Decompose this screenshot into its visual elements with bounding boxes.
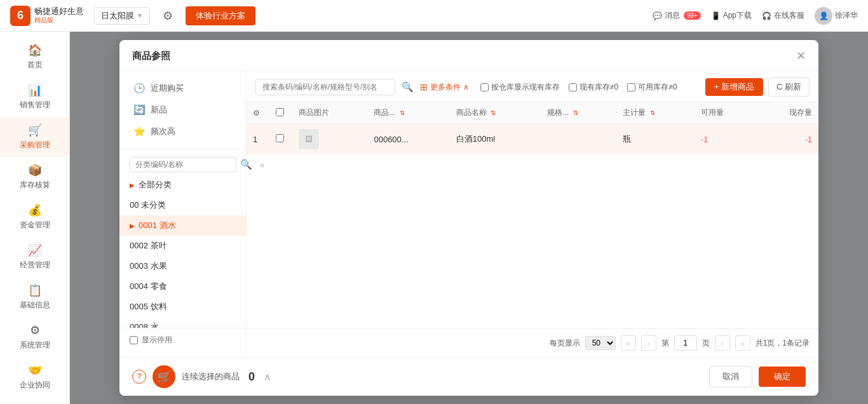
checkbox-warehouse-input[interactable] (480, 83, 489, 91)
quick-label-frequent: 频次高 (151, 126, 175, 137)
prev-page-button[interactable]: ‹ (641, 335, 656, 351)
category-item-0003[interactable]: 0003 水果 (119, 256, 246, 276)
service-nav-item[interactable]: 🎧 在线客服 (762, 10, 804, 21)
purchase-icon: 🛒 (28, 123, 42, 137)
category-search-bar: 🔍 (125, 154, 255, 175)
table-row[interactable]: 1 🖼 000600... 白酒100ml 瓶 (247, 124, 818, 155)
checkbox-stock-nonzero-input[interactable] (569, 83, 577, 91)
modal-close-button[interactable]: ✕ (796, 49, 806, 63)
category-item-all[interactable]: ▶ 全部分类 (119, 175, 246, 195)
filter-checkboxes: 按仓库显示现有库存 现有库存≠0 可用库存≠0 (480, 82, 677, 93)
cell-check[interactable] (269, 124, 292, 155)
checkbox-stock-nonzero[interactable]: 现有库存≠0 (569, 82, 618, 93)
new-icon: 🔄 (133, 104, 146, 116)
col-settings[interactable]: ⚙ (247, 102, 269, 124)
col-spec-label: 规格... (547, 108, 569, 117)
per-page-label: 每页显示 (550, 338, 580, 349)
col-available: 可用量 (695, 102, 757, 124)
cart-button[interactable]: 🛒 (153, 365, 175, 388)
frequent-icon: ⭐ (133, 126, 146, 137)
category-item-0002[interactable]: 0002 茶叶 (119, 236, 246, 256)
sidebar-label-purchase: 采购管理 (20, 140, 50, 151)
cart-count: 0 (248, 370, 255, 384)
col-unit[interactable]: 主计量 ⇅ (616, 102, 695, 124)
sidebar-item-home[interactable]: 🏠 首页 (0, 37, 69, 77)
product-search-icon[interactable]: 🔍 (402, 81, 414, 93)
category-list: ▶ 全部分类 00 未分类 ▶ 0001 酒水 0002 茶 (119, 175, 246, 328)
checkbox-available-nonzero-input[interactable] (627, 83, 635, 91)
category-search-input[interactable] (130, 157, 236, 172)
app-icon: 📱 (711, 11, 721, 20)
category-label-0008: 0008 水 (130, 321, 159, 328)
sidebar-item-basic[interactable]: 📋 基础信息 (0, 277, 69, 317)
sidebar-item-system[interactable]: ⚙ 系统管理 (0, 317, 69, 357)
page-label: 第 (661, 338, 669, 349)
sort-unit-icon: ⇅ (650, 109, 655, 116)
quick-item-recent[interactable]: 🕒 近期购买 (127, 79, 238, 98)
trial-button[interactable]: 体验行业方案 (186, 6, 255, 25)
messages-nav-item[interactable]: 💬 消息 99+ (653, 10, 701, 21)
user-nav-item[interactable]: 👤 徐泽华 (815, 7, 858, 25)
category-item-0004[interactable]: 0004 零食 (119, 276, 246, 297)
home-icon: 🏠 (28, 43, 42, 57)
col-stock: 现存量 (756, 102, 818, 124)
per-page-select[interactable]: 50 (585, 336, 616, 350)
sidebar-item-ops[interactable]: 📈 经营管理 (0, 237, 69, 277)
refresh-button[interactable]: C 刷新 (768, 77, 810, 97)
checkbox-warehouse[interactable]: 按仓库显示现有库存 (480, 82, 560, 93)
page-input[interactable] (674, 335, 697, 351)
col-code-label: 商品... (374, 108, 395, 117)
select-all-checkbox[interactable] (276, 108, 284, 116)
row-checkbox[interactable] (276, 134, 284, 142)
col-code[interactable]: 商品... ⇅ (367, 102, 449, 124)
pagination: 每页显示 50 « ‹ 第 页 › » 共1页，1条记录 (247, 328, 818, 357)
last-page-button[interactable]: » (735, 335, 750, 351)
messages-badge: 99+ (684, 11, 701, 20)
category-item-0008[interactable]: 0008 水 (119, 317, 246, 328)
app-download-nav-item[interactable]: 📱 App下载 (711, 10, 752, 21)
cell-stock: -1 (756, 124, 818, 155)
next-page-button[interactable]: › (715, 335, 730, 351)
first-page-button[interactable]: « (621, 335, 636, 351)
modal-title: 商品参照 (132, 50, 170, 62)
cancel-button[interactable]: 取消 (709, 366, 752, 387)
col-name[interactable]: 商品名称 ⇅ (450, 102, 541, 124)
sort-code-icon: ⇅ (400, 109, 405, 116)
sidebar-item-finance[interactable]: 💰 资金管理 (0, 197, 69, 237)
confirm-button[interactable]: 确定 (759, 367, 806, 387)
add-product-button[interactable]: + 新增商品 (705, 78, 763, 96)
category-item-0005[interactable]: 0005 饮料 (119, 297, 246, 317)
sidebar-item-collab[interactable]: 🤝 企业协同 (0, 357, 69, 397)
logo-area: 6 畅捷通好生意 精品版 (10, 6, 86, 26)
col-spec[interactable]: 规格... ⇅ (541, 102, 616, 124)
category-item-0001[interactable]: ▶ 0001 酒水 (119, 215, 246, 236)
settings-icon[interactable]: ⚙ (158, 6, 178, 26)
show-disabled-checkbox[interactable] (130, 336, 138, 344)
help-button[interactable]: ? (132, 370, 146, 384)
category-arrow-0001: ▶ (130, 222, 135, 229)
cell-code: 000600... (367, 124, 449, 155)
sidebar-item-inventory[interactable]: 📦 库存核算 (0, 157, 69, 197)
more-filter-button[interactable]: ⊞ 更多条件 ∧ (420, 82, 469, 93)
store-selector[interactable]: 日太阳膜 ▼ (94, 7, 150, 25)
sidebar-item-purchase[interactable]: 🛒 采购管理 (0, 117, 69, 157)
product-image: 🖼 (299, 129, 319, 149)
cart-collapse-icon[interactable]: ∧ (264, 371, 271, 383)
content-area: 商品参照 ✕ 🕒 近期购买 🔄 (70, 32, 868, 404)
quick-item-frequent[interactable]: ⭐ 频次高 (127, 122, 238, 141)
sidebar-item-sales[interactable]: 📊 销售管理 (0, 77, 69, 117)
checkbox-available-nonzero[interactable]: 可用库存≠0 (627, 82, 677, 93)
sidebar: 🏠 首页 📊 销售管理 🛒 采购管理 📦 库存核算 💰 资金管理 📈 经营管理 … (0, 32, 70, 404)
cell-img: 🖼 (292, 124, 367, 155)
sidebar-label-system: 系统管理 (20, 340, 50, 351)
category-item-00[interactable]: 00 未分类 (119, 195, 246, 215)
right-actions: + 新增商品 C 刷新 (705, 77, 810, 97)
right-panel: 🔍 ⊞ 更多条件 ∧ 按仓库显示现有库存 (247, 71, 818, 357)
sidebar-item-guide[interactable]: 🌟 新手引导 (0, 397, 69, 404)
product-search-input[interactable] (255, 79, 395, 95)
modal-overlay: 商品参照 ✕ 🕒 近期购买 🔄 (70, 32, 868, 404)
cell-unit: 瓶 (616, 124, 695, 155)
messages-label: 消息 (665, 10, 680, 21)
col-img-label: 商品图片 (299, 108, 329, 117)
quick-item-new[interactable]: 🔄 新品 (127, 100, 238, 119)
